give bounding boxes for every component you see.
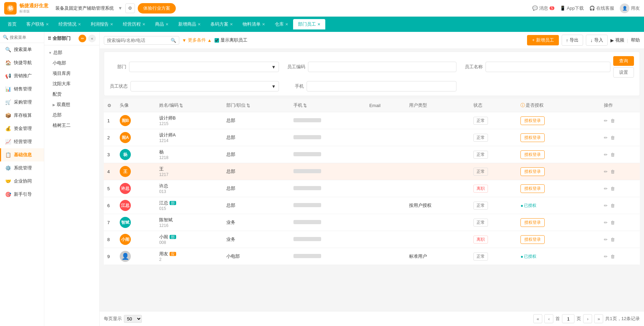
phone-input[interactable]	[307, 81, 456, 91]
nav-tab-新增商品[interactable]: 新增商品 ✕	[173, 19, 206, 29]
sidebar-item-finance[interactable]: 💰资金管理	[0, 122, 44, 135]
tab-close-icon[interactable]: ✕	[230, 22, 233, 27]
sidebar-item-marketing[interactable]: 📢营销推广	[0, 69, 44, 82]
user-item[interactable]: 👤 用友	[620, 3, 640, 13]
app-download-item[interactable]: 📱 App下载	[560, 5, 584, 11]
sidebar-item-system[interactable]: ⚙️系统管理	[0, 161, 44, 175]
dept-filter-input[interactable]: ▼	[129, 62, 279, 72]
edit-icon[interactable]: ✏	[604, 152, 608, 157]
dept-node-植树王二[interactable]: 植树王二	[44, 120, 99, 131]
nav-tab-经营情况[interactable]: 经营情况 ✕	[54, 19, 86, 29]
dept-node-配货[interactable]: 配货	[44, 89, 99, 99]
dept-collapse-btn[interactable]: «	[88, 35, 96, 42]
add-employee-button[interactable]: + 新增员工	[527, 35, 559, 45]
delete-icon[interactable]: 🗑	[610, 118, 615, 123]
set-button[interactable]: 设置	[613, 67, 634, 78]
sidebar-item-guide[interactable]: 🎯新手引导	[0, 188, 44, 201]
show-resigned-label[interactable]: 显示离职员工	[215, 37, 247, 43]
edit-icon[interactable]: ✏	[604, 186, 608, 191]
search-button[interactable]: 查询	[613, 56, 634, 66]
nav-tab-首页[interactable]: 首页	[3, 19, 21, 29]
auth-login-btn[interactable]: 授权登录	[520, 133, 545, 142]
delete-icon[interactable]: 🗑	[610, 135, 615, 140]
dept-node-小电部[interactable]: 小电部	[44, 58, 99, 68]
trial-button[interactable]: 体验行业方案	[138, 3, 176, 14]
tab-close-icon[interactable]: ✕	[317, 22, 320, 27]
gear-button[interactable]: ⚙	[125, 3, 135, 13]
edit-icon[interactable]: ✏	[604, 118, 608, 123]
auth-login-btn[interactable]: 授权登录	[520, 218, 545, 227]
delete-icon[interactable]: 🗑	[610, 203, 615, 208]
tab-close-icon[interactable]: ✕	[78, 22, 81, 27]
th-phone[interactable]: 手机 ⇅	[290, 99, 366, 112]
delete-icon[interactable]: 🗑	[610, 152, 615, 157]
sidebar-search-input[interactable]	[10, 35, 44, 40]
import-button[interactable]: ↓ 导入	[586, 35, 608, 46]
online-service-item[interactable]: 🎧 在线客服	[589, 5, 614, 11]
tab-close-icon[interactable]: ✕	[285, 22, 288, 27]
delete-icon[interactable]: 🗑	[610, 254, 615, 259]
dept-node-沈阳大库[interactable]: 沈阳大库	[44, 79, 99, 89]
edit-icon[interactable]: ✏	[604, 254, 608, 259]
sidebar-item-purchase[interactable]: 🛒采购管理	[0, 96, 44, 109]
nav-tab-利润报告[interactable]: 利润报告 ✕	[86, 19, 118, 29]
search-icon[interactable]: 🔍	[171, 38, 176, 43]
dept-edit-btn[interactable]: ✏	[79, 35, 86, 42]
prev-page-btn[interactable]: ‹	[544, 314, 553, 323]
dept-node-双鹿想[interactable]: ▶双鹿想	[44, 99, 99, 110]
nav-tab-部门员工[interactable]: 部门员工 ✕	[293, 19, 325, 29]
sidebar-item-inventory[interactable]: 📦库存核算	[0, 109, 44, 122]
status-filter-input[interactable]: ▼	[130, 81, 279, 91]
tab-close-icon[interactable]: ✕	[165, 22, 169, 27]
show-resigned-checkbox[interactable]	[215, 38, 219, 43]
view-button[interactable]: ▶ 视频	[610, 37, 624, 43]
edit-icon[interactable]: ✏	[604, 203, 608, 208]
sidebar-item-quicknav[interactable]: 🏠快捷导航	[0, 56, 44, 69]
export-button[interactable]: ↑ 导出	[562, 35, 583, 46]
next-page-btn[interactable]: ›	[583, 314, 592, 323]
auth-login-btn[interactable]: 授权登录	[520, 150, 545, 159]
last-page-btn[interactable]: »	[594, 314, 603, 323]
edit-icon[interactable]: ✏	[604, 220, 608, 225]
auth-login-btn[interactable]: 授权登录	[520, 116, 545, 125]
auth-login-btn[interactable]: 授权登录	[520, 184, 545, 193]
empcode-input[interactable]	[308, 62, 456, 72]
nav-tab-经营历程[interactable]: 经营历程 ✕	[118, 19, 150, 29]
delete-icon[interactable]: 🗑	[610, 220, 615, 225]
nav-tab-商品[interactable]: 商品 ✕	[150, 19, 173, 29]
auth-login-btn[interactable]: 授权登录	[520, 167, 545, 176]
delete-icon[interactable]: 🗑	[610, 237, 615, 242]
th-settings[interactable]: ⚙	[104, 99, 116, 112]
th-auth[interactable]: ⓘ是否授权	[517, 99, 585, 112]
first-page-btn[interactable]: «	[533, 314, 542, 323]
edit-icon[interactable]: ✏	[604, 237, 608, 242]
more-filter-btn[interactable]: ▼ 更多条件 ▲	[182, 37, 212, 43]
delete-icon[interactable]: 🗑	[610, 169, 615, 174]
dept-node-总部[interactable]: 总部	[44, 110, 99, 120]
sys-dropdown-icon[interactable]: ▼	[118, 6, 123, 11]
nav-tab-条码方案[interactable]: 条码方案 ✕	[206, 19, 238, 29]
nav-tab-仓库[interactable]: 仓库 ✕	[270, 19, 293, 29]
dept-node-总部[interactable]: ▼总部	[44, 47, 99, 58]
tab-close-icon[interactable]: ✕	[262, 22, 265, 27]
sidebar-item-basic[interactable]: 📋基础信息	[0, 148, 44, 161]
edit-icon[interactable]: ✏	[604, 169, 608, 174]
empname-input[interactable]	[486, 62, 610, 72]
tab-close-icon[interactable]: ✕	[142, 22, 145, 27]
th-name[interactable]: 姓名/编码 ⇅	[156, 99, 223, 112]
sidebar-item-operation[interactable]: 📈经营管理	[0, 135, 44, 148]
tab-close-icon[interactable]: ✕	[46, 22, 49, 27]
th-dept[interactable]: 部门/职位 ⇅	[223, 99, 290, 112]
auth-login-btn[interactable]: 授权登录	[520, 235, 545, 244]
nav-tab-客户联络[interactable]: 客户联络 ✕	[21, 19, 54, 29]
search-input[interactable]	[107, 38, 169, 43]
per-page-select[interactable]: 50 100 200	[124, 315, 142, 323]
sidebar-item-sales[interactable]: 📊销售管理	[0, 82, 44, 96]
sidebar-item-cooperation[interactable]: 🤝企业协同	[0, 175, 44, 188]
dept-node-项目库房[interactable]: 项目库房	[44, 68, 99, 79]
nav-tab-物料清单[interactable]: 物料清单 ✕	[238, 19, 270, 29]
tab-close-icon[interactable]: ✕	[110, 22, 113, 27]
help-button[interactable]: 帮助	[631, 37, 640, 43]
message-item[interactable]: 💬 消息 5	[532, 5, 554, 11]
tab-close-icon[interactable]: ✕	[198, 22, 201, 27]
